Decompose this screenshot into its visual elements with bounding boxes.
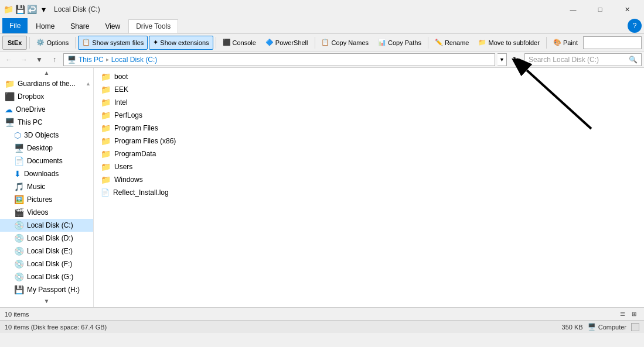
paint-button[interactable]: 🎨 Paint bbox=[549, 36, 582, 50]
mypassport-icon: 💾 bbox=[14, 285, 24, 294]
sidebar-item-dropbox[interactable]: ⬛ Dropbox bbox=[0, 90, 93, 103]
sidebar-item-locald[interactable]: 💿 Local Disk (D:) bbox=[0, 232, 93, 245]
sidebar-item-documents[interactable]: 📄 Documents bbox=[0, 154, 93, 167]
separator-4 bbox=[315, 37, 315, 49]
close-button[interactable]: ✕ bbox=[614, 0, 640, 19]
maximize-button[interactable]: □ bbox=[587, 0, 614, 19]
refresh-button[interactable]: ↻ bbox=[509, 53, 522, 66]
thispc-icon: 🖥️ bbox=[5, 118, 15, 127]
sidebar-item-label: Guardians of the... bbox=[18, 80, 76, 88]
tab-file[interactable]: File bbox=[2, 18, 28, 33]
up-button[interactable]: ↑ bbox=[48, 53, 61, 66]
sidebar-item-guardians[interactable]: 📁 Guardians of the... ▲ bbox=[0, 77, 93, 90]
sidebar-item-locale[interactable]: 💿 Local Disk (E:) bbox=[0, 245, 93, 257]
documents-icon: 📄 bbox=[14, 156, 24, 166]
folder-icon: 📁 bbox=[101, 136, 111, 146]
computer-label-container: 🖥️ Computer bbox=[588, 323, 626, 331]
back-button[interactable]: ← bbox=[2, 53, 15, 66]
move-to-subfolder-button[interactable]: 📁 Move to subfolder bbox=[474, 36, 543, 50]
file-item-eek[interactable]: 📁 EEK bbox=[98, 83, 639, 96]
separator-6 bbox=[546, 37, 547, 49]
folder-icon: 📁 bbox=[5, 79, 15, 88]
powershell-button[interactable]: 🔷 PowerShell bbox=[261, 36, 312, 50]
quick-access-save[interactable]: 💾 bbox=[15, 5, 25, 14]
sidebar-item-onedrive[interactable]: ☁ OneDrive bbox=[0, 103, 93, 116]
sidebar-scroll-down[interactable]: ▼ bbox=[0, 296, 93, 305]
show-system-files-button[interactable]: 📋 Show system files bbox=[78, 36, 148, 50]
minimize-button[interactable]: — bbox=[560, 0, 587, 19]
file-item-boot[interactable]: 📁 boot bbox=[98, 70, 639, 83]
stex-button[interactable]: StEx bbox=[2, 36, 27, 50]
resize-grip[interactable] bbox=[631, 323, 639, 331]
quick-access-dropdown[interactable]: ▾ bbox=[39, 5, 48, 14]
breadcrumb-bar[interactable]: 🖥️ This PC ▸ Local Disk (C:) bbox=[63, 53, 495, 66]
copy-names-button[interactable]: 📋 Copy Names bbox=[317, 36, 373, 50]
folder-icon: 📁 bbox=[101, 123, 111, 133]
file-item-programfiles[interactable]: 📁 Program Files bbox=[98, 122, 639, 135]
copy-paths-icon: 📊 bbox=[378, 39, 386, 46]
localc-icon: 💿 bbox=[14, 221, 24, 230]
view-tiles-button[interactable]: ⊞ bbox=[629, 309, 639, 319]
folder-icon: 📁 bbox=[101, 72, 111, 81]
quick-access-undo[interactable]: ↩️ bbox=[27, 5, 36, 14]
console-button[interactable]: ⬛ Console bbox=[219, 36, 260, 50]
folder-icon: 📁 bbox=[101, 175, 111, 184]
address-bar: ← → ▼ ↑ 🖥️ This PC ▸ Local Disk (C:) ▼ ↻… bbox=[0, 51, 644, 68]
paint-icon: 🎨 bbox=[553, 39, 561, 46]
sidebar-item-localf[interactable]: 💿 Local Disk (F:) bbox=[0, 257, 93, 270]
tab-home[interactable]: Home bbox=[28, 19, 62, 33]
view-details-button[interactable]: ☰ bbox=[617, 309, 628, 319]
tab-drive-tools[interactable]: Drive Tools bbox=[128, 19, 178, 33]
sidebar-item-desktop[interactable]: 🖥️ Desktop bbox=[0, 142, 93, 154]
dropdown-nav-button[interactable]: ▼ bbox=[33, 53, 46, 66]
sidebar-item-localg[interactable]: 💿 Local Disk (G:) bbox=[0, 270, 93, 283]
sidebar-item-thispc[interactable]: 🖥️ This PC bbox=[0, 116, 93, 129]
show-extensions-label: Show extensions bbox=[160, 39, 209, 46]
console-icon: ⬛ bbox=[223, 39, 231, 46]
file-name: Intel bbox=[114, 98, 128, 106]
file-item-programfilesx86[interactable]: 📁 Program Files (x86) bbox=[98, 135, 639, 147]
toolbar-search-input[interactable] bbox=[583, 36, 642, 49]
locald-icon: 💿 bbox=[14, 233, 24, 243]
scroll-indicator: ▲ bbox=[86, 81, 91, 87]
search-bar[interactable]: Search Local Disk (C:) 🔍 bbox=[524, 53, 642, 66]
sidebar: ▲ 📁 Guardians of the... ▲ ⬛ Dropbox ☁ On… bbox=[0, 68, 94, 307]
computer-label: Computer bbox=[598, 324, 626, 331]
copy-paths-label: Copy Paths bbox=[388, 39, 421, 46]
help-button[interactable]: ? bbox=[628, 19, 642, 33]
rename-button[interactable]: ✏️ Rename bbox=[431, 36, 473, 50]
file-item-perflogs[interactable]: 📁 PerfLogs bbox=[98, 109, 639, 122]
ribbon-tabs: File Home Share View Drive Tools ? bbox=[0, 19, 644, 34]
file-name: Windows bbox=[114, 176, 143, 184]
tab-share[interactable]: Share bbox=[63, 19, 97, 33]
folder-icon: 📁 bbox=[101, 149, 111, 159]
sidebar-item-mypassport[interactable]: 💾 My Passport (H:) bbox=[0, 283, 93, 296]
title-bar-icons: 📁 💾 ↩️ ▾ bbox=[4, 5, 48, 14]
tab-view[interactable]: View bbox=[97, 19, 128, 33]
sidebar-item-localc[interactable]: 💿 Local Disk (C:) bbox=[0, 219, 93, 232]
sidebar-item-3dobjects[interactable]: ⬡ 3D Objects bbox=[0, 129, 93, 142]
file-item-programdata[interactable]: 📁 ProgramData bbox=[98, 147, 639, 160]
show-extensions-button[interactable]: ✦ Show extensions bbox=[149, 36, 213, 50]
sidebar-item-label: 3D Objects bbox=[24, 131, 59, 139]
file-icon: 📄 bbox=[101, 188, 110, 197]
breadcrumb-localdisk[interactable]: Local Disk (C:) bbox=[111, 56, 158, 64]
copy-paths-button[interactable]: 📊 Copy Paths bbox=[374, 36, 425, 50]
sidebar-item-pictures[interactable]: 🖼️ Pictures bbox=[0, 193, 93, 206]
forward-button[interactable]: → bbox=[18, 53, 30, 66]
onedrive-icon: ☁ bbox=[5, 105, 13, 114]
sidebar-item-downloads[interactable]: ⬇ Downloads bbox=[0, 167, 93, 180]
sidebar-item-music[interactable]: 🎵 Music bbox=[0, 180, 93, 193]
sidebar-scroll-up[interactable]: ▲ bbox=[0, 68, 93, 77]
status-bar-bottom: 10 items (Disk free space: 67.4 GB) 350 … bbox=[0, 320, 644, 333]
breadcrumb-thispc[interactable]: This PC bbox=[79, 56, 104, 64]
sidebar-item-videos[interactable]: 🎬 Videos bbox=[0, 206, 93, 219]
file-item-windows[interactable]: 📁 Windows bbox=[98, 173, 639, 186]
copy-names-icon: 📋 bbox=[321, 39, 329, 46]
sidebar-item-label: Local Disk (D:) bbox=[27, 234, 73, 242]
file-item-users[interactable]: 📁 Users bbox=[98, 160, 639, 173]
address-bar-dropdown[interactable]: ▼ bbox=[498, 53, 507, 66]
options-button[interactable]: ⚙️ Options bbox=[32, 36, 73, 50]
file-item-intel[interactable]: 📁 Intel bbox=[98, 96, 639, 109]
file-item-reflectinstall[interactable]: 📄 Reflect_Install.log bbox=[98, 186, 639, 199]
